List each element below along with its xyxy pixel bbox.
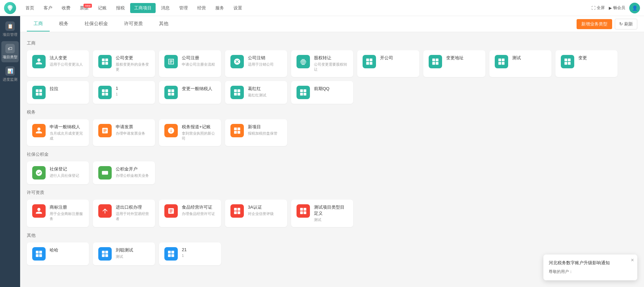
card-desc-shebao: 进行人员社保登记 [50,173,84,178]
svg-rect-17 [565,59,567,61]
add-type-button[interactable]: 新增业务类型 [577,19,612,29]
card-faren-biangeng[interactable]: 法人变更 适用于公司变更法人 [27,50,89,77]
top-nav: 首页 客户 收费 票据 new 记账 报税 工商项目 消息 管理 经营 服务 设… [0,0,644,16]
nav-operation[interactable]: 经营 [193,3,210,13]
card-guquan-zhuanrang[interactable]: 股权转让 公司变更需要股权转让 [291,50,353,77]
svg-rect-65 [168,254,171,257]
svg-rect-9 [432,59,435,61]
nav-bookkeep[interactable]: 记账 [94,3,111,13]
card-shenqing-fapiao[interactable]: 申请发票 办理申请发票业务 [93,119,155,146]
fullscreen-button[interactable]: ⛶ 全屏 [591,5,605,11]
nav-manage[interactable]: 管理 [175,3,192,13]
card-biangeng-yiban[interactable]: 变更一般纳税人 [159,81,221,104]
svg-rect-32 [171,93,174,95]
tab-other[interactable]: 其他 [152,17,175,31]
card-jinchukouquan[interactable]: 进出口权办理 适用于对外贸易经营者 [93,200,155,227]
notification-title: 河北税务数字账户升级影响通知 [549,260,632,266]
svg-rect-23 [36,93,39,95]
nav-right: ⛶ 全屏 ▶ 畅会员 👤 [591,3,640,13]
card-gongsi-zhuce[interactable]: 公司注册 申请公司注册全流程 [159,50,221,77]
card-icon-kai [363,55,376,68]
card-shipin-jingying[interactable]: 食品经营许可证 办理食品经营许可证 [159,200,221,227]
nav-bizproject[interactable]: 工商项目 [130,3,156,13]
card-ceshi-xiangmu[interactable]: 测试项目类型目定义 测试 [291,200,353,227]
card-xin-xiangmu[interactable]: 新项目 报税加税控盘保管 [225,119,287,146]
card-desc-faren: 适用于公司变更法人 [50,62,84,67]
card-title-biangeng-gs: 变更 [578,55,612,61]
card-liucong-ceshi[interactable]: 刘聪测试 测试 [93,242,155,265]
tab-gongshang[interactable]: 工商 [27,17,50,31]
card-biangeng-dizhi[interactable]: 变更地址 [423,50,485,77]
card-icon-liucong [98,247,112,261]
card-gongsi-zhuxiao[interactable]: 公司注销 适用于注销公司 [225,50,287,77]
card-shuiwu-baodao[interactable]: 税务报道+记账 拿到营业执照的新公司 [159,119,221,146]
nav-tax[interactable]: 报税 [112,3,129,13]
card-content-biangeng-gs: 变更 [578,55,612,62]
svg-rect-24 [39,93,42,95]
card-title-biangeng-yiban: 变更一般纳税人 [182,86,216,92]
card-ge-honghong[interactable]: 葛红红 葛红红测试 [225,81,287,104]
nav-ticket[interactable]: 票据 new [76,3,93,13]
svg-rect-35 [234,93,237,95]
card-desc-21: 1 [182,253,216,258]
refresh-icon: ↻ [619,21,623,26]
tab-actions: 新增业务类型 ↻ 刷新 [577,19,637,29]
card-haha[interactable]: 哈哈 [27,242,89,265]
card-shenqing-yiban[interactable]: 申请一般纳税人 当月或次月成变更完成 [27,119,89,146]
tab-shuiwu[interactable]: 税务 [52,17,75,31]
card-content-gongsi-bg: 公司变更 股权变更外的业务变更 [116,55,150,72]
card-lala[interactable]: 拉拉 [27,81,89,104]
card-title-shebao: 社保登记 [50,166,84,172]
card-1[interactable]: 1 1 [93,81,155,104]
card-title-lala: 拉拉 [50,86,84,92]
card-content-xin-xm: 新项目 报税加税控盘保管 [248,124,282,136]
card-desc-jinchukou: 适用于对外贸易经营者 [116,211,150,222]
vip-button[interactable]: ▶ 畅会员 [609,5,625,11]
card-icon-ge [230,86,244,99]
svg-rect-63 [168,251,171,254]
svg-rect-15 [498,62,501,65]
nav-settings[interactable]: 设置 [229,3,246,13]
card-kai-gongsi[interactable]: 开公司 [357,50,419,77]
card-21[interactable]: 21 1 [159,242,221,265]
nav-customer[interactable]: 客户 [40,3,56,13]
card-desc-zhuxiao: 适用于注销公司 [248,62,282,67]
sidebar-item-progress[interactable]: 📊 进度监测 [1,64,19,85]
card-gongjijin-kaihao[interactable]: 公积金开户 办理公积金相关业务 [93,161,155,184]
user-avatar[interactable]: 👤 [629,3,640,13]
card-biangeng-gs[interactable]: 变更 [555,50,618,77]
tab-xuke[interactable]: 许可资质 [117,17,150,31]
card-ceshi-gs[interactable]: 测试 [489,50,551,77]
card-content-gongjijin: 公积金开户 办理公积金相关业务 [116,166,150,178]
svg-rect-28 [105,93,108,95]
card-shebao-dengji[interactable]: 社保登记 进行人员社保登记 [27,161,89,184]
vip-icon: ▶ [609,6,612,10]
card-icon-qq [297,86,310,99]
svg-rect-5 [366,59,369,61]
nav-charge[interactable]: 收费 [58,3,74,13]
nav-message[interactable]: 消息 [157,3,174,13]
card-gongsi-biangeng[interactable]: 公司变更 股权变更外的业务变更 [93,50,155,77]
svg-rect-22 [39,89,42,92]
card-desc-xin-xm: 报税加税控盘保管 [248,131,282,136]
card-title-faren: 法人变更 [50,55,84,61]
notification-close-button[interactable]: × [631,257,634,263]
card-3a-renzheng[interactable]: 3A认证 对企业信誉评级 [225,200,287,227]
svg-rect-21 [36,89,39,92]
nav-home[interactable]: 首页 [21,3,38,13]
card-content-3a: 3A认证 对企业信誉评级 [248,204,282,216]
card-desc-ge: 葛红红测试 [248,93,282,98]
card-desc-shangbiao: 用于企业商标注册服务 [50,211,84,222]
nav-service[interactable]: 服务 [211,3,228,13]
svg-rect-30 [171,89,174,92]
card-desc-ceshi-xm: 测试 [314,217,348,222]
tab-shebao[interactable]: 社保公积金 [78,17,115,31]
refresh-button[interactable]: ↻ 刷新 [615,19,637,29]
fullscreen-icon: ⛶ [591,6,595,10]
sidebar-item-project-type[interactable]: 🏷 项目类型 [1,41,19,62]
card-desc-guquan: 公司变更需要股权转让 [314,62,348,72]
svg-rect-59 [102,251,105,254]
card-qianqi-qq[interactable]: 前期QQ [291,81,353,104]
card-shangbiao[interactable]: 商标注册 用于企业商标注册服务 [27,200,89,227]
sidebar-item-project-manage[interactable]: 📋 项目管理 [1,19,19,40]
